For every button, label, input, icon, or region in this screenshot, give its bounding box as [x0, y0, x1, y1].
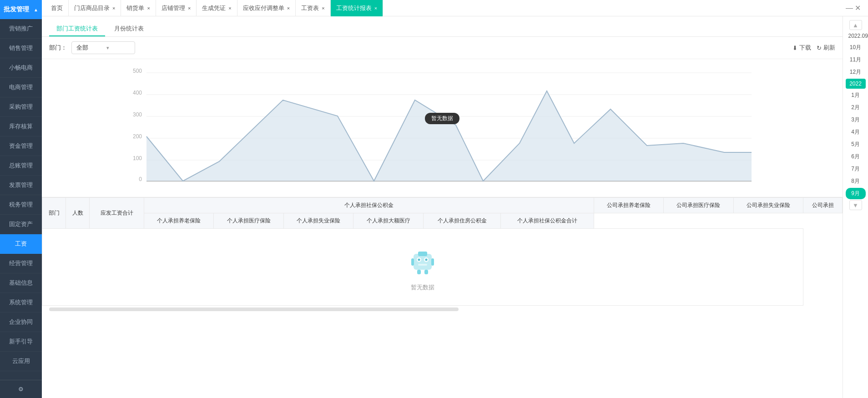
sidebar-item-payroll[interactable]: 工资: [0, 234, 42, 254]
col-p-medical: 个人承担医疗保险: [214, 213, 284, 229]
tab-payroll_table[interactable]: 工资表×: [296, 0, 330, 16]
sidebar-item-finance[interactable]: 资金管理: [0, 136, 42, 156]
sidebar-item-invoice[interactable]: 发票管理: [0, 176, 42, 195]
sidebar-item-sales[interactable]: 销售管理: [0, 39, 42, 58]
svg-rect-23: [424, 270, 428, 274]
toolbar-right: ⬇ 下载 ↻ 刷新: [792, 44, 835, 52]
date-item-2月[interactable]: 2月: [846, 102, 866, 113]
date-item-6月[interactable]: 6月: [846, 151, 866, 162]
table-wrap[interactable]: 部门 人数 应发工资合计 个人承担社保公积金 公司承担养老保险 公司承担医疗保险…: [42, 197, 843, 398]
toolbar-left: 部门： 全部 ▾: [49, 41, 135, 54]
tab-close-payroll_table[interactable]: ×: [322, 5, 324, 11]
date-nav-down[interactable]: ▼: [849, 200, 862, 210]
tab-close-payroll_report[interactable]: ×: [374, 5, 377, 11]
col-company-medical: 公司承担医疗保险: [664, 198, 734, 213]
tab-produce_cert[interactable]: 生成凭证×: [197, 0, 237, 16]
tab-close-sales_order[interactable]: ×: [147, 5, 150, 11]
date-item-5月[interactable]: 5月: [846, 139, 866, 150]
window-controls: — ✕: [842, 4, 864, 12]
svg-text:500: 500: [133, 68, 142, 74]
svg-text:300: 300: [133, 111, 142, 118]
date-item-4月[interactable]: 4月: [846, 126, 866, 138]
date-item-12月[interactable]: 12月: [846, 66, 866, 78]
refresh-btn[interactable]: ↻ 刷新: [817, 44, 835, 52]
download-btn[interactable]: ⬇ 下载: [792, 44, 811, 52]
date-nav-up[interactable]: ▲: [849, 20, 862, 30]
tab-close-store_mgmt[interactable]: ×: [188, 5, 191, 11]
svg-point-17: [418, 259, 420, 261]
col-total: 应发工资合计: [90, 198, 144, 229]
sidebar-item-guide[interactable]: 新手引导: [0, 332, 42, 352]
svg-rect-20: [411, 258, 414, 266]
tab-close-product_catalog[interactable]: ×: [112, 5, 115, 11]
sidebar-item-collab[interactable]: 企业协同: [0, 312, 42, 332]
tab-label-store_mgmt: 店铺管理: [161, 4, 185, 12]
empty-row: 暂无数据: [42, 229, 843, 306]
sidebar-item-system[interactable]: 系统管理: [0, 293, 42, 312]
col-group-personal: 个人承担社保公积金: [144, 198, 594, 213]
main-area: 首页门店商品目录×销货单×店铺管理×生成凭证×应收应付调整单×工资表×工资统计报…: [42, 0, 868, 398]
dept-select[interactable]: 全部 ▾: [71, 41, 135, 54]
col-p-pension: 个人承担养老保险: [144, 213, 214, 229]
date-item-3月[interactable]: 3月: [846, 114, 866, 126]
sidebar-header[interactable]: 批发管理 ▲: [0, 0, 42, 19]
sidebar-item-assets[interactable]: 固定资产: [0, 215, 42, 234]
sidebar-item-basic[interactable]: 基础信息: [0, 273, 42, 293]
sidebar-item-ledger[interactable]: 总账管理: [0, 156, 42, 176]
sidebar-item-tax[interactable]: 税务管理: [0, 195, 42, 215]
sidebar: 批发管理 ▲ 营销推广销售管理小畅电商电商管理采购管理库存核算资金管理总账管理发…: [0, 0, 42, 398]
chart-wrap: 500 400 300 200 100 0: [49, 64, 835, 192]
date-panel: ▲ 2022.0910月11月12月20221月2月3月4月5月6月7月8月9月…: [843, 16, 868, 398]
date-item-9月[interactable]: 9月: [846, 188, 866, 199]
svg-point-18: [425, 259, 428, 261]
date-item-7月[interactable]: 7月: [846, 163, 866, 175]
sidebar-item-cloud[interactable]: 云应用: [0, 352, 42, 371]
sub-tab-month_stats[interactable]: 月份统计表: [107, 22, 151, 36]
no-data-badge: 暂无数据: [425, 113, 459, 124]
date-item-2022-09[interactable]: 2022.09: [846, 31, 866, 41]
col-p-total: 个人承担社保公积金合计: [501, 213, 594, 229]
sidebar-settings[interactable]: ⚙: [0, 380, 42, 398]
col-count: 人数: [66, 198, 90, 229]
sidebar-item-stock[interactable]: 库存核算: [0, 117, 42, 136]
col-company-unemployment: 公司承担失业保险: [733, 198, 803, 213]
tab-product_catalog[interactable]: 门店商品目录×: [69, 0, 121, 16]
tab-ap_ar[interactable]: 应收应付调整单×: [237, 0, 296, 16]
tab-close-produce_cert[interactable]: ×: [228, 5, 231, 11]
sidebar-header-label: 批发管理: [4, 5, 29, 14]
minimize-icon[interactable]: —: [846, 4, 853, 12]
table-scrollbar[interactable]: [49, 307, 459, 311]
tab-label-produce_cert: 生成凭证: [202, 4, 226, 12]
chart-svg: 500 400 300 200 100 0: [49, 64, 835, 191]
date-item-11月[interactable]: 11月: [846, 54, 866, 65]
sidebar-item-marketing[interactable]: 营销推广: [0, 19, 42, 39]
tab-close-ap_ar[interactable]: ×: [287, 5, 290, 11]
date-item-1月[interactable]: 1月: [846, 90, 866, 101]
empty-robot-icon: [404, 242, 441, 279]
stats-table: 部门 人数 应发工资合计 个人承担社保公积金 公司承担养老保险 公司承担医疗保险…: [42, 197, 843, 306]
tab-payroll_report[interactable]: 工资统计报表×: [331, 0, 383, 16]
date-item-8月[interactable]: 8月: [846, 176, 866, 187]
sidebar-collapse-icon[interactable]: ▲: [34, 7, 38, 12]
tab-label-payroll_table: 工资表: [301, 4, 319, 12]
close-icon[interactable]: ✕: [855, 4, 861, 12]
tab-label-payroll_report: 工资统计报表: [336, 4, 372, 12]
tab-store_mgmt[interactable]: 店铺管理×: [156, 0, 197, 16]
svg-rect-14: [418, 252, 427, 256]
sub-tab-dept_stats[interactable]: 部门工资统计表: [49, 22, 105, 36]
sidebar-item-mini[interactable]: 小畅电商: [0, 58, 42, 78]
date-item-10月[interactable]: 10月: [846, 42, 866, 53]
svg-text:400: 400: [133, 90, 142, 96]
tab-sales_order[interactable]: 销货单×: [121, 0, 156, 16]
download-icon: ⬇: [792, 45, 797, 51]
tab-label-home: 首页: [51, 4, 63, 12]
col-p-housing: 个人承担住房公积金: [423, 213, 500, 229]
tab-home[interactable]: 首页: [45, 0, 69, 16]
svg-rect-21: [431, 258, 434, 266]
page-content: 部门工资统计表月份统计表 部门： 全部 ▾ ⬇ 下载 ↻: [42, 16, 843, 398]
date-item-2022[interactable]: 2022: [846, 79, 866, 89]
sidebar-item-ops[interactable]: 经营管理: [0, 254, 42, 273]
sidebar-item-ecom[interactable]: 电商管理: [0, 78, 42, 97]
svg-rect-22: [417, 270, 421, 274]
sidebar-item-purchase[interactable]: 采购管理: [0, 97, 42, 117]
